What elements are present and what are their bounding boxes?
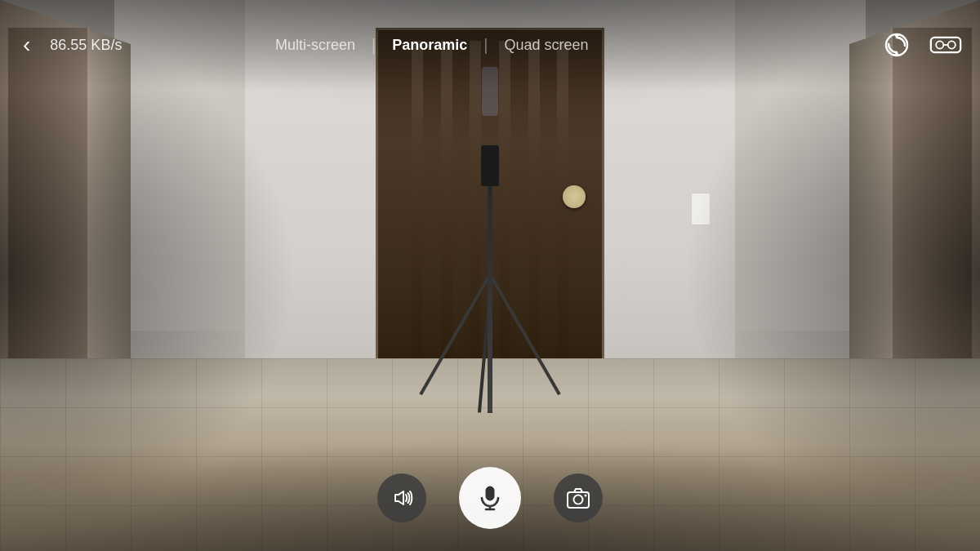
view-mode-nav: Multi-screen | Panoramic | Quad screen bbox=[259, 30, 605, 60]
svg-point-5 bbox=[948, 41, 956, 48]
nav-panoramic[interactable]: Panoramic bbox=[376, 30, 483, 60]
refresh-button[interactable] bbox=[879, 27, 915, 63]
svg-point-4 bbox=[936, 41, 943, 48]
hud-top-bar: ‹ 86.55 KB/s Multi-screen | Panoramic | … bbox=[0, 0, 980, 90]
microphone-button[interactable] bbox=[459, 467, 521, 529]
vr-button[interactable] bbox=[928, 27, 964, 63]
back-button[interactable]: ‹ bbox=[16, 27, 37, 63]
volume-button[interactable] bbox=[377, 473, 426, 522]
snapshot-button[interactable] bbox=[554, 473, 603, 522]
svg-point-12 bbox=[585, 495, 587, 497]
svg-point-11 bbox=[574, 495, 583, 504]
camera-view: ‹ 86.55 KB/s Multi-screen | Panoramic | … bbox=[0, 0, 980, 551]
speed-indicator: 86.55 KB/s bbox=[50, 37, 122, 54]
controls-bar bbox=[0, 445, 980, 551]
svg-rect-7 bbox=[486, 487, 494, 500]
nav-quad-screen[interactable]: Quad screen bbox=[488, 30, 605, 60]
nav-multi-screen[interactable]: Multi-screen bbox=[259, 30, 372, 60]
hud-icons bbox=[879, 27, 964, 63]
